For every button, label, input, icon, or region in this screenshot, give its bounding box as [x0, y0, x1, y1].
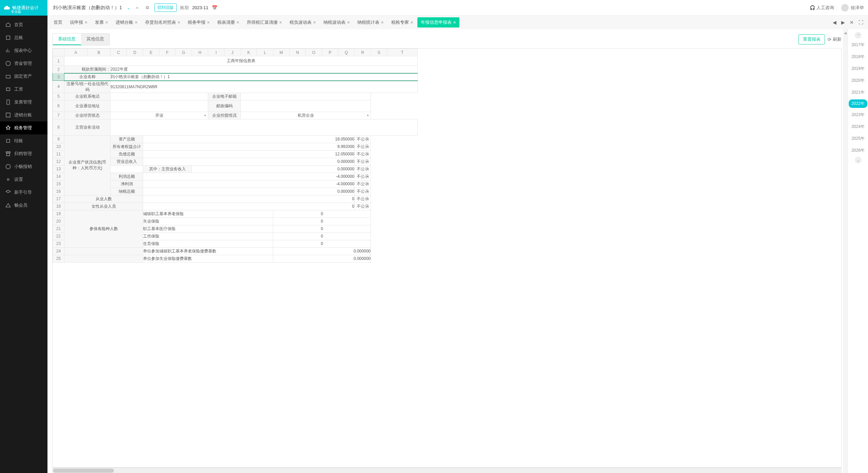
horizontal-scrollbar[interactable] — [52, 468, 842, 473]
postal-value[interactable] — [241, 100, 371, 112]
close-icon[interactable]: ✕ — [410, 20, 413, 25]
nav-item-stock[interactable]: 进销台账 — [0, 109, 47, 121]
nav-item-home[interactable]: 首页 — [0, 18, 47, 31]
year-scroll-down[interactable]: ⌄ — [855, 157, 862, 164]
fin-row-value[interactable]: -4.000000 — [143, 173, 355, 180]
email-value[interactable] — [241, 93, 371, 100]
nav-item-money[interactable]: 资金管理 — [0, 57, 47, 70]
tab-纳税波动表[interactable]: 纳税波动表✕ — [320, 17, 353, 27]
calendar-icon[interactable]: 📅 — [212, 5, 217, 10]
tab-年报信息申报表[interactable]: 年报信息申报表✕ — [417, 17, 459, 27]
year-panel-collapse[interactable]: ◀ — [843, 29, 848, 473]
close-icon[interactable]: ✕ — [279, 20, 282, 25]
fin-row-value[interactable]: -4.000000 — [143, 180, 355, 188]
fin-row-value[interactable]: 18.050000 — [143, 135, 355, 143]
year-2017年[interactable]: 2017年 — [850, 40, 866, 50]
nav-item-archive[interactable]: 归档管理 — [0, 147, 47, 160]
close-all-tabs[interactable]: ✕ — [848, 18, 856, 26]
tab-税检专家[interactable]: 税检专家✕ — [388, 17, 417, 27]
tab-发票[interactable]: 发票✕ — [92, 17, 112, 27]
close-icon[interactable]: ✕ — [313, 20, 316, 25]
fin-row-value[interactable]: 12.050000 — [143, 150, 355, 158]
sub-tab-basic[interactable]: 基础信息 — [53, 34, 81, 45]
nav-item-chart[interactable]: 报表中心 — [0, 44, 47, 57]
year-2022年[interactable]: 2022年 — [849, 99, 867, 108]
year-2019年[interactable]: 2019年 — [850, 64, 866, 74]
insurance-row-value[interactable]: 0 — [273, 232, 371, 240]
tab-纳税统计表[interactable]: 纳税统计表✕ — [354, 17, 387, 27]
chevron-down-icon[interactable]: ⌄ — [127, 5, 130, 10]
employees-value[interactable]: 0 — [143, 195, 355, 203]
tab-存货别名对照表[interactable]: 存货别名对照表✕ — [142, 17, 184, 27]
disclose-select[interactable]: 不公示 — [355, 158, 371, 165]
female-value[interactable]: 0 — [143, 203, 355, 210]
switch-old-version-button[interactable]: 切到旧版 — [154, 3, 177, 12]
year-scroll-up[interactable]: ⌃ — [855, 32, 862, 39]
mainbiz-value[interactable] — [111, 119, 418, 135]
nav-item-tax[interactable]: 税务管理 — [0, 121, 47, 134]
insurance-row-value[interactable]: 0 — [273, 217, 371, 225]
tab-scroll-left[interactable]: ◀ — [831, 18, 839, 26]
disclose-select[interactable]: 不公示 — [355, 173, 371, 180]
tab-说申报[interactable]: 说申报✕ — [66, 17, 91, 27]
base-row-value[interactable]: 0.000000 — [273, 255, 371, 262]
year-2023年[interactable]: 2023年 — [850, 110, 866, 120]
fin-sub-value[interactable]: 0.000000 — [192, 165, 355, 173]
phone-value[interactable] — [111, 93, 208, 100]
fin-row-value[interactable]: 9.992000 — [143, 143, 355, 150]
account-selector[interactable]: 刘小艳演示账套（勿删勿动！）1 — [52, 3, 123, 12]
year-2021年[interactable]: 2021年 — [850, 88, 866, 97]
disclose-select[interactable]: 不公示 — [355, 143, 371, 150]
nav-item-ledger[interactable]: 总账 — [0, 31, 47, 44]
close-icon[interactable]: ✕ — [84, 20, 87, 25]
base-row-value[interactable]: 0.000000 — [273, 247, 371, 255]
nav-item-close[interactable]: 结账 — [0, 134, 47, 147]
tab-税负波动表[interactable]: 税负波动表✕ — [286, 17, 319, 27]
disclose-select[interactable]: 不公示 — [355, 135, 371, 143]
addr-value[interactable] — [111, 100, 208, 112]
nav-item-asset[interactable]: 固定资产 — [0, 70, 47, 83]
fullscreen-button[interactable]: ⛶ — [856, 18, 865, 26]
user-menu[interactable]: 徐泽华 — [837, 4, 864, 12]
fin-row-value[interactable]: 0.000000 — [143, 158, 355, 165]
refresh-button[interactable]: ⟳ 刷新 — [828, 36, 842, 42]
tab-首页[interactable]: 首页 — [50, 17, 66, 27]
disclose-select[interactable]: 不公示 — [355, 195, 371, 203]
close-icon[interactable]: ✕ — [347, 20, 350, 25]
add-account-button[interactable]: ＋ — [134, 3, 141, 12]
company-value[interactable]: 刘小艳演示账套（勿删勿动！）1 — [111, 73, 418, 81]
fin-row-value[interactable]: 0.000000 — [143, 188, 355, 195]
close-icon[interactable]: ✕ — [453, 20, 456, 25]
insurance-row-value[interactable]: 0 — [273, 240, 371, 247]
insurance-row-value[interactable]: 0 — [273, 210, 371, 217]
period-value[interactable]: 2023-11 — [192, 5, 209, 10]
close-icon[interactable]: ✕ — [135, 20, 138, 25]
year-2026年[interactable]: 2026年 — [850, 146, 866, 155]
disclose-select[interactable]: 不公示 — [355, 203, 371, 210]
nav-item-invoice[interactable]: 发票管理 — [0, 96, 47, 109]
tab-所得税汇算清缴[interactable]: 所得税汇算清缴✕ — [243, 17, 285, 27]
close-icon[interactable]: ✕ — [236, 20, 239, 25]
year-2020年[interactable]: 2020年 — [850, 76, 866, 86]
tab-进销台账[interactable]: 进销台账✕ — [112, 17, 141, 27]
year-2024年[interactable]: 2024年 — [850, 122, 866, 132]
nav-item-salary[interactable]: 工资 — [0, 83, 47, 96]
spreadsheet[interactable]: ABCDEFGHIJKLMNOPQRST1工商年报信息表2税款所属期间：2022… — [52, 48, 842, 468]
tab-税务申报[interactable]: 税务申报✕ — [184, 17, 213, 27]
sub-tab-other[interactable]: 其他信息 — [81, 34, 110, 45]
close-icon[interactable]: ✕ — [381, 20, 384, 25]
disclose-select[interactable]: 不公示 — [355, 180, 371, 188]
close-icon[interactable]: ✕ — [207, 20, 210, 25]
disclose-select[interactable]: 不公示 — [355, 165, 371, 173]
year-2025年[interactable]: 2025年 — [850, 134, 866, 144]
disclose-select[interactable]: 不公示 — [355, 150, 371, 158]
tab-税表清册[interactable]: 税表清册✕ — [214, 17, 243, 27]
nav-item-vip[interactable]: 畅会员 — [0, 199, 47, 212]
close-icon[interactable]: ✕ — [177, 20, 180, 25]
holding-value[interactable]: 私营企业 — [241, 112, 371, 119]
nav-item-guide[interactable]: 新手引导 — [0, 186, 47, 199]
disclose-select[interactable]: 不公示 — [355, 188, 371, 195]
year-2018年[interactable]: 2018年 — [850, 52, 866, 62]
tab-scroll-right[interactable]: ▶ — [839, 18, 847, 26]
nav-item-reimb[interactable]: 小畅报销 — [0, 160, 47, 173]
